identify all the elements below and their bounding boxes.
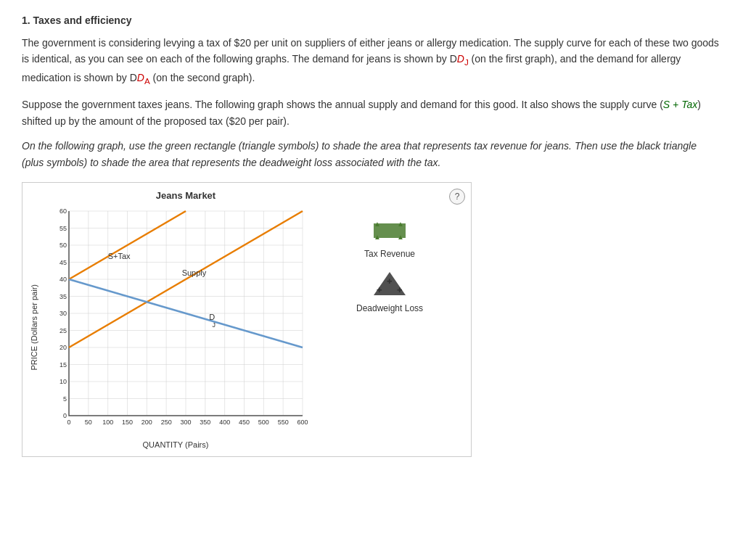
question-button[interactable]: ? [449,189,465,205]
deadweight-loss-icon: ✚ ✚ ✚ [372,271,407,300]
y-axis-label: PRICE (Dollars per pair) [30,284,38,371]
svg-text:▲: ▲ [374,220,381,228]
instruction-text: On the following graph, use the green re… [22,138,721,170]
x-axis-label: QUANTITY (Pairs) [41,440,310,449]
tax-revenue-label: Tax Revenue [364,249,415,259]
paragraph-2: Suppose the government taxes jeans. The … [22,96,721,129]
graph-area: Jeans Market PRICE (Dollars per pair) QU… [30,190,342,449]
legend-tax-revenue: ▲ ▲ ▲ ▲ Tax Revenue [356,219,423,259]
svg-text:▲: ▲ [374,233,381,241]
svg-text:▲: ▲ [397,220,404,228]
graph-title: Jeans Market [30,190,342,201]
svg-text:✚: ✚ [397,287,403,294]
svg-text:✚: ✚ [387,278,393,285]
legend-deadweight-loss: ✚ ✚ ✚ Deadweight Loss [356,271,423,313]
section-title: 1. Taxes and efficiency [22,15,721,26]
graph-container: ? Jeans Market PRICE (Dollars per pair) … [22,182,472,457]
legend-area: ▲ ▲ ▲ ▲ Tax Revenue ✚ ✚ ✚ Deadweight Los… [356,190,423,313]
svg-text:▲: ▲ [397,233,404,241]
tax-revenue-icon: ▲ ▲ ▲ ▲ [372,219,407,246]
deadweight-loss-label: Deadweight Loss [356,303,423,313]
paragraph-1: The government is considering levying a … [22,35,721,88]
svg-text:✚: ✚ [377,287,382,294]
